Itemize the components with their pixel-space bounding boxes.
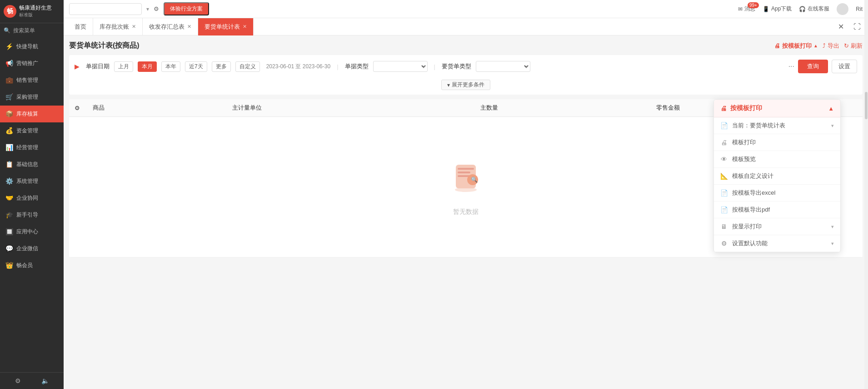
sidebar-item-wechat[interactable]: 💬 企业微信	[0, 240, 64, 257]
tab-receivable-summary[interactable]: 收发存汇总表 ✕	[143, 18, 198, 35]
sound-icon[interactable]: 🔈	[41, 377, 49, 384]
app-download-button[interactable]: 📱 App下载	[763, 5, 792, 13]
table-settings-icon[interactable]: ⚙	[75, 105, 80, 111]
right-scrollbar[interactable]	[864, 0, 868, 389]
tab-order-stats-close[interactable]: ✕	[243, 24, 247, 30]
sidebar-item-label: 应用中心	[16, 228, 38, 236]
sidebar-item-marketing[interactable]: 📢 营销推广	[0, 55, 64, 72]
set-default-item[interactable]: ⚙ 设置默认功能 ▾	[714, 235, 840, 252]
tab-home[interactable]: 首页	[68, 18, 93, 35]
query-button[interactable]: 查询	[798, 60, 828, 73]
sidebar-item-label: 畅会员	[16, 262, 33, 269]
date-current-year-button[interactable]: 本年	[161, 61, 180, 72]
col-settings[interactable]: ⚙	[69, 99, 87, 117]
filter-arrow-icon[interactable]: ▶	[75, 63, 80, 70]
current-template-chevron: ▾	[831, 123, 834, 129]
right-scrollbar-thumb	[865, 92, 868, 119]
current-template-item[interactable]: 📄 当前：要货单统计表 ▾	[714, 117, 840, 134]
sidebar-bottom: ⚙ 🔈	[0, 372, 64, 389]
date-custom-button[interactable]: 自定义	[235, 61, 260, 72]
online-service-button[interactable]: 🎧 在线客服	[799, 5, 829, 13]
topbar-search-input[interactable]	[69, 3, 142, 15]
set-default-left: ⚙ 设置默认功能	[720, 239, 768, 248]
tab-inventory-batch[interactable]: 库存批次账 ✕	[93, 18, 143, 35]
dropdown-item-export-excel[interactable]: 📄 按模板导出excel	[714, 185, 840, 202]
date-last7days-button[interactable]: 近7天	[185, 61, 207, 72]
dropdown-item-custom-design[interactable]: 📐 模板自定义设计	[714, 168, 840, 185]
refresh-button[interactable]: ↻ 刷新	[844, 42, 863, 50]
refresh-icon: ↻	[844, 42, 849, 49]
sidebar-item-operations[interactable]: 📊 经营管理	[0, 139, 64, 156]
topbar-settings-icon[interactable]: ⚙	[154, 5, 159, 12]
sidebar-item-finance[interactable]: 💰 资金管理	[0, 122, 64, 139]
sidebar-item-sales[interactable]: 💼 销售管理	[0, 72, 64, 89]
filter-expand-toggle[interactable]: ▶	[75, 63, 80, 70]
topbar-right: ✉ 消息 99+ 📱 App下载 🎧 在线客服 Rit	[738, 3, 863, 15]
require-type-select[interactable]	[476, 61, 530, 72]
dropdown-item-preview-template[interactable]: 👁 模板预览	[714, 151, 840, 168]
sidebar-item-purchase[interactable]: 🛒 采购管理	[0, 89, 64, 106]
sidebar-search[interactable]: 🔍 搜索菜单	[0, 23, 64, 38]
display-print-left: 🖥 按显示打印	[720, 222, 762, 231]
sidebar-nav: ⚡ 快捷导航 📢 营销推广 💼 销售管理 🛒 采购管理 📦 库存核算 💰 资金管…	[0, 38, 64, 372]
display-print-icon: 🖥	[720, 223, 728, 230]
sidebar-item-system[interactable]: ⚙️ 系统管理	[0, 173, 64, 190]
inventory-icon: 📦	[5, 110, 13, 117]
export-icon: ⤴	[823, 42, 826, 49]
current-template-left: 📄 当前：要货单统计表	[720, 121, 785, 130]
tab-inventory-batch-label: 库存批次账	[100, 23, 129, 31]
refresh-label: 刷新	[851, 42, 863, 50]
sales-icon: 💼	[5, 76, 13, 84]
basic-icon: 📋	[5, 161, 13, 168]
sidebar-item-newbie[interactable]: 🎓 新手引导	[0, 207, 64, 223]
type-filter-select[interactable]	[373, 61, 428, 72]
sidebar-item-collab[interactable]: 🤝 企业协同	[0, 190, 64, 207]
svg-rect-2	[458, 168, 474, 170]
col-product: 商品	[87, 99, 227, 117]
empty-illustration: 🔍	[448, 158, 484, 201]
tab-close-all-icon[interactable]: ✕	[834, 20, 847, 33]
svg-rect-3	[458, 172, 470, 173]
main-area: ▾ ⚙ 体验行业方案 ✉ 消息 99+ 📱 App下载 🎧 在线客服 Rit 首…	[64, 0, 868, 389]
sidebar-item-quick-nav[interactable]: ⚡ 快捷导航	[0, 38, 64, 55]
user-avatar[interactable]	[837, 3, 848, 15]
date-prev-month-button[interactable]: 上月	[114, 61, 133, 72]
dropdown-item-print-template[interactable]: 🖨 模板打印	[714, 134, 840, 151]
collab-icon: 🤝	[5, 194, 13, 202]
apps-icon: 🔲	[5, 228, 13, 235]
print-template-button[interactable]: 🖨 按模板打印 ▲	[774, 42, 818, 50]
search-icon: 🔍	[4, 27, 10, 34]
settings-button[interactable]: 设置	[832, 60, 857, 73]
sidebar-item-member[interactable]: 👑 畅会员	[0, 257, 64, 274]
sidebar-item-apps[interactable]: 🔲 应用中心	[0, 223, 64, 240]
sidebar-logo: 畅 畅康通好生意 标准版	[0, 0, 64, 23]
preview-template-item-label: 模板预览	[732, 155, 756, 163]
tab-maximize-icon[interactable]: ⛶	[851, 20, 863, 33]
tab-receivable-summary-close[interactable]: ✕	[187, 24, 191, 30]
date-current-month-button[interactable]: 本月	[138, 61, 157, 72]
messages-button[interactable]: ✉ 消息 99+	[738, 5, 755, 13]
display-print-item[interactable]: 🖥 按显示打印 ▾	[714, 218, 840, 235]
filter-expand-row: ▾ 展开更多条件	[75, 78, 857, 90]
expand-more-button[interactable]: ▾ 展开更多条件	[441, 80, 490, 90]
filter-bar: ▶ 单据日期 上月 本月 本年 近7天 更多 自定义 2023-06-01 至 …	[69, 55, 863, 95]
trial-button[interactable]: 体验行业方案	[164, 2, 209, 15]
topbar-chevron-icon[interactable]: ▾	[146, 6, 149, 12]
sidebar-item-basic[interactable]: 📋 基础信息	[0, 156, 64, 173]
sidebar-item-inventory[interactable]: 📦 库存核算	[0, 106, 64, 122]
date-more-button[interactable]: 更多	[212, 61, 231, 72]
more-options-icon[interactable]: ···	[788, 62, 794, 71]
filter-divider: |	[337, 63, 338, 70]
app-name-line2: 标准版	[19, 12, 52, 18]
print-template-label: 按模板打印	[782, 42, 812, 50]
dropdown-item-export-pdf[interactable]: 📄 按模板导出pdf	[714, 202, 840, 218]
tab-order-stats[interactable]: 要货单统计表 ✕	[198, 18, 254, 35]
sidebar-item-label: 快捷导航	[16, 43, 38, 51]
export-button[interactable]: ⤴ 导出	[823, 42, 839, 50]
export-pdf-icon: 📄	[720, 206, 728, 213]
set-default-icon: ⚙	[720, 240, 728, 247]
settings-icon[interactable]: ⚙	[15, 377, 21, 384]
tab-inventory-batch-close[interactable]: ✕	[132, 24, 136, 30]
dropdown-close-chevron[interactable]: ▲	[828, 105, 834, 112]
sidebar-item-label: 采购管理	[16, 93, 38, 101]
